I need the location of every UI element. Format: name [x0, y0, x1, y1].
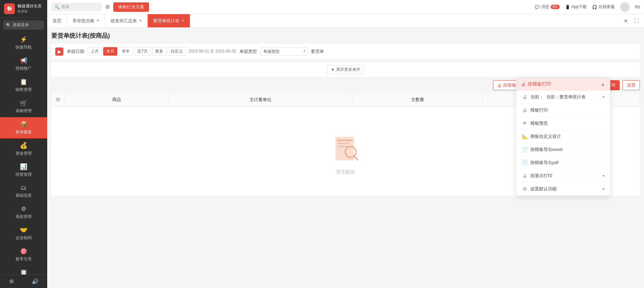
dropdown-title: 按模板打印 — [528, 81, 551, 87]
quicknav-icon: ⚡ — [20, 36, 27, 43]
sidebar-item-label: 库存核算 — [16, 129, 32, 135]
tab-inventory-batch[interactable]: 库存批次账 ✕ — [67, 14, 105, 27]
expand-icon: ▼ — [331, 67, 335, 72]
set-default-arrow: ▾ — [603, 187, 605, 191]
guide-icon: 🎯 — [20, 248, 27, 255]
tab-home[interactable]: 首页 — [47, 14, 67, 27]
sidebar-item-quicknav[interactable]: ⚡ 快捷导航 — [0, 32, 47, 54]
sales-icon: 📋 — [20, 78, 27, 86]
tab-collection-summary-close[interactable]: ✕ — [139, 19, 142, 23]
settings-btn[interactable]: 设置 — [622, 80, 640, 90]
export-excel-icon: 📄 — [522, 147, 528, 152]
display-print-icon: 🖨 — [522, 173, 528, 179]
sidebar-item-collab[interactable]: 🤝 企业协同 — [0, 223, 47, 244]
trial-btn[interactable]: 体验行业方案 — [113, 2, 149, 12]
tabbar-close-btn[interactable]: ✕ — [621, 16, 631, 26]
message-action[interactable]: 💬 消息 99+ — [535, 4, 560, 10]
dropdown-item-template-design[interactable]: 📐 模板自定义设计 — [516, 130, 610, 143]
expand-conditions-btn[interactable]: ▼ 展开更多条件 — [327, 65, 364, 74]
settings-icon[interactable]: ⚙ — [56, 96, 60, 103]
svg-rect-2 — [337, 143, 350, 144]
current-item-value: 当前：要货单统计表 — [546, 94, 586, 100]
sidebar-search[interactable]: 🔍 搜索菜单 — [3, 21, 44, 30]
purchase-icon: 🛒 — [20, 99, 27, 107]
table-header-settings[interactable]: ⚙ — [51, 93, 65, 106]
avatar[interactable] — [620, 2, 630, 12]
date-btn-more[interactable]: 更多 — [152, 47, 166, 56]
sidebar-item-finance[interactable]: 💰 资金管理 — [0, 138, 47, 160]
sidebar-nav: ⚡ 快捷导航 📢 营销推广 📋 销售管理 🛒 采购管理 📦 库存核算 💰 资金管… — [0, 32, 47, 275]
tab-order-stats[interactable]: 要货单统计表 ✕ — [148, 14, 190, 27]
sidebar-item-label: 企业协同 — [16, 235, 32, 241]
topbar-search-placeholder: 搜索 — [61, 4, 69, 10]
online-service-action[interactable]: 🎧 在线客服 — [592, 4, 615, 10]
dropdown-current-item[interactable]: 🖨 当前： 当前：要货单统计表 ▾ — [516, 91, 610, 104]
dropdown-menu: 🖨 按模板打印 ▲ 🖨 当前： 当前：要货单统计表 ▾ 🖨 模板打印 — [516, 77, 610, 196]
svg-rect-3 — [337, 146, 348, 147]
sidebar-item-label: 基础信息 — [16, 193, 32, 198]
date-btn-custom[interactable]: 自定义 — [168, 47, 186, 56]
expand-conditions-label: 展开更多条件 — [336, 67, 360, 72]
dropdown-item-export-pdf[interactable]: 📄 按模板导出pdf — [516, 156, 610, 169]
sidebar-item-purchase[interactable]: 🛒 采购管理 — [0, 96, 47, 117]
sidebar-item-label: 快捷导航 — [16, 44, 32, 50]
sidebar-item-sales[interactable]: 📋 销售管理 — [0, 75, 47, 96]
tab-inventory-batch-close[interactable]: ✕ — [96, 19, 99, 23]
filter-expand-button[interactable]: ▶ — [55, 47, 63, 56]
dropdown-close-btn[interactable]: ▲ — [601, 82, 605, 87]
tab-collection-summary[interactable]: 收发存汇总表 ✕ — [105, 14, 148, 27]
date-buttons: 上月 本月 本年 近7天 更多 自定义 2023-06-01 至 2023-06… — [88, 47, 236, 56]
dropdown-set-default[interactable]: ⚙ 设置默认功能 ▾ — [516, 183, 610, 196]
system-icon: ⚙ — [21, 205, 26, 213]
dropdown-display-print[interactable]: 🖨 按显示打印 ▾ — [516, 169, 610, 183]
tab-collection-summary-label: 收发存汇总表 — [111, 18, 137, 24]
tabbar-expand-btn[interactable]: ⛶ — [632, 16, 641, 26]
sidebar-item-base[interactable]: 🗂 基础信息 — [0, 181, 47, 202]
service-icon: 🎧 — [592, 5, 597, 9]
tab-order-stats-close[interactable]: ✕ — [181, 19, 184, 23]
sidebar-item-marketing[interactable]: 📢 营销推广 — [0, 54, 47, 75]
svg-point-6 — [348, 149, 354, 155]
svg-line-5 — [354, 156, 357, 160]
sidebar-subtitle: 标准版 — [18, 9, 42, 14]
sidebar-item-guide[interactable]: 🎯 新手引导 — [0, 244, 47, 265]
main-area: 🔍 搜索 ⚙ 体验行业方案 💬 消息 99+ 📱 App下载 🎧 在线客服 Ri… — [47, 0, 644, 288]
dropdown-item-template-preview[interactable]: 👁 模板预览 — [516, 117, 610, 130]
date-range-display: 2023-06-01 至 2023-06-30 — [188, 49, 236, 54]
sidebar-header: 畅 畅捷通好生意 标准版 — [0, 0, 47, 18]
type-select[interactable]: 单据类型 — [260, 47, 308, 56]
sidebar-item-label: 营销推广 — [16, 66, 32, 71]
message-icon: 💬 — [535, 5, 540, 9]
apps-icon: 🔲 — [20, 269, 27, 275]
settings-footer-icon[interactable]: ⚙ — [9, 278, 14, 285]
date-btn-this-month[interactable]: 本月 — [103, 47, 117, 56]
topbar-gear-icon[interactable]: ⚙ — [105, 4, 110, 10]
dropdown-item-template-print[interactable]: 🖨 模板打印 — [516, 104, 610, 117]
collab-icon: 🤝 — [20, 226, 27, 234]
topbar-search[interactable]: 🔍 搜索 — [51, 3, 102, 11]
type-select-wrapper: 单据类型 — [260, 47, 308, 56]
sidebar-item-label: 销售管理 — [16, 87, 32, 93]
sidebar-item-label: 经营管理 — [16, 172, 32, 178]
sidebar-item-operations[interactable]: 📊 经营管理 — [0, 160, 47, 181]
order-status-label: 要货单 — [311, 49, 324, 55]
sidebar-footer: ⚙ 🔊 — [0, 275, 47, 288]
type-filter-label: 单据类型 — [239, 49, 257, 55]
date-btn-this-year[interactable]: 本年 — [119, 47, 133, 56]
username[interactable]: Rit — [635, 5, 640, 9]
sidebar-item-label: 系统管理 — [16, 214, 32, 220]
page-content: 要货单统计表(按商品) ▶ 单据日期 上月 本月 本年 近7天 更多 自定义 2… — [47, 28, 644, 288]
export-excel-label: 按模板导出excel — [530, 147, 562, 153]
template-design-label: 模板自定义设计 — [530, 133, 561, 139]
speaker-icon[interactable]: 🔊 — [32, 278, 38, 285]
date-btn-7days[interactable]: 近7天 — [134, 47, 151, 56]
sidebar-item-system[interactable]: ⚙ 系统管理 — [0, 202, 47, 223]
tabbar-right: ✕ ⛶ — [621, 14, 644, 27]
sidebar-item-inventory[interactable]: 📦 库存核算 — [0, 117, 47, 138]
sidebar-item-apps[interactable]: 🔲 应用中心 — [0, 265, 47, 275]
template-preview-label: 模板预览 — [530, 120, 548, 126]
expand-conditions-row: ▼ 展开更多条件 — [51, 62, 640, 77]
dropdown-item-export-excel[interactable]: 📄 按模板导出excel — [516, 143, 610, 156]
app-download-action[interactable]: 📱 App下载 — [565, 4, 587, 10]
date-btn-last-month[interactable]: 上月 — [88, 47, 102, 56]
